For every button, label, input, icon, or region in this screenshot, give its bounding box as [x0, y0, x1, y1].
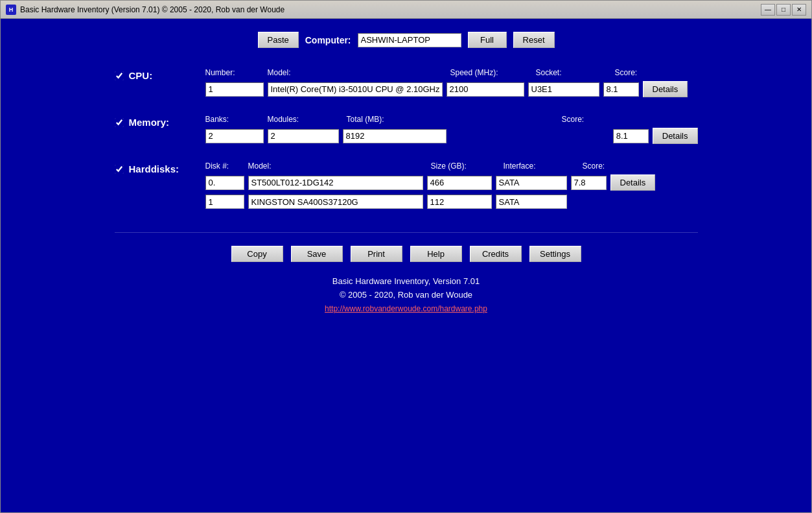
memory-labels-row: Banks: Modules: Total (MB): Score:: [205, 114, 698, 124]
harddisk-1-model[interactable]: [248, 195, 423, 209]
harddisk-0-model[interactable]: [248, 176, 423, 190]
memory-banks-input[interactable]: [205, 129, 264, 143]
cpu-check-label: CPU:: [115, 67, 205, 81]
footer-buttons: Copy Save Print Help Credits Settings: [231, 246, 581, 262]
cpu-number-input[interactable]: [205, 82, 264, 97]
harddisk-row-1: [205, 195, 698, 209]
harddisks-check-label: Harddisks:: [115, 161, 205, 174]
footer-line2: © 2005 - 2020, Rob van der Woude: [325, 289, 487, 302]
computer-label: Computer:: [305, 35, 351, 45]
copy-button[interactable]: Copy: [231, 246, 283, 262]
cpu-content: Number: Model: Speed (MHz): Socket: Scor: [205, 67, 698, 101]
top-bar: Paste Computer: Full Reset: [180, 32, 633, 48]
harddisk-score-label: Score:: [583, 161, 605, 171]
harddisks-checkbox[interactable]: [115, 165, 124, 174]
title-bar-controls: — □ ✕: [761, 4, 806, 16]
memory-label: Memory:: [129, 117, 170, 128]
cpu-socket-input[interactable]: [528, 82, 599, 97]
cpu-speed-label: Speed (MHz):: [450, 68, 498, 77]
title-bar: H Basic Hardware Inventory (Version 7.01…: [1, 1, 811, 19]
print-button[interactable]: Print: [351, 246, 402, 262]
cpu-label: CPU:: [129, 70, 153, 81]
memory-details-button[interactable]: Details: [653, 128, 698, 144]
reset-button[interactable]: Reset: [513, 32, 555, 48]
harddisk-1-size[interactable]: [427, 195, 492, 209]
app-icon: H: [6, 5, 16, 15]
harddisk-0-interface[interactable]: [496, 176, 567, 190]
memory-score-label: Score:: [562, 115, 585, 124]
footer-text: Basic Hardware Inventory, Version 7.01 ©…: [325, 275, 487, 315]
main-content: Paste Computer: Full Reset CPU: Number:: [1, 19, 811, 512]
settings-button[interactable]: Settings: [529, 246, 581, 262]
cpu-model-label: Model:: [268, 68, 291, 77]
harddisk-num-label: Disk #:: [205, 161, 229, 171]
cpu-score-label: Score:: [615, 68, 638, 77]
cpu-section: CPU: Number: Model: Speed (MHz):: [115, 67, 698, 101]
memory-modules-label: Modules:: [268, 115, 299, 124]
harddisk-1-interface[interactable]: [496, 195, 567, 209]
maximize-button[interactable]: □: [776, 4, 791, 16]
footer-line1: Basic Hardware Inventory, Version 7.01: [325, 275, 487, 289]
computer-input[interactable]: [358, 33, 461, 47]
cpu-speed-input[interactable]: [447, 82, 524, 97]
cpu-labels-row: Number: Model: Speed (MHz): Socket: Scor: [205, 67, 698, 77]
cpu-score-input[interactable]: [603, 82, 639, 97]
cpu-details-button[interactable]: Details: [643, 81, 688, 97]
help-button[interactable]: Help: [410, 246, 462, 262]
harddisk-0-score[interactable]: [571, 176, 607, 190]
memory-score-input[interactable]: [613, 129, 649, 143]
memory-content: Banks: Modules: Total (MB): Score:: [205, 114, 698, 148]
save-button[interactable]: Save: [291, 246, 343, 262]
cpu-number-label: Number:: [205, 68, 235, 77]
memory-total-input[interactable]: [343, 129, 447, 143]
harddisks-section: Harddisks: Disk #: Model: Size (GB):: [115, 161, 698, 213]
main-window: H Basic Hardware Inventory (Version 7.01…: [0, 0, 812, 513]
full-button[interactable]: Full: [468, 32, 507, 48]
harddisks-labels-row: Disk #: Model: Size (GB): Interface: Sco: [205, 161, 698, 171]
footer-link[interactable]: http://www.robvanderwoude.com/hardware.p…: [325, 304, 487, 313]
minimize-button[interactable]: —: [761, 4, 775, 16]
harddisk-model-label: Model:: [248, 161, 272, 171]
memory-total-label: Total (MB):: [347, 115, 384, 124]
cpu-socket-label: Socket:: [536, 68, 562, 77]
sections: CPU: Number: Model: Speed (MHz):: [115, 67, 698, 226]
harddisks-content: Disk #: Model: Size (GB): Interface: Sco: [205, 161, 698, 213]
credits-button[interactable]: Credits: [470, 246, 522, 262]
paste-button[interactable]: Paste: [258, 32, 299, 48]
close-button[interactable]: ✕: [792, 4, 806, 16]
cpu-checkbox[interactable]: [115, 71, 124, 80]
memory-values-row: Details: [205, 128, 698, 144]
harddisk-0-size[interactable]: [427, 176, 492, 190]
harddisk-interface-label: Interface:: [504, 161, 536, 171]
harddisk-1-num[interactable]: [205, 195, 244, 209]
memory-checkbox[interactable]: [115, 118, 124, 127]
memory-check-label: Memory:: [115, 114, 205, 128]
harddisk-0-num[interactable]: [205, 176, 244, 190]
separator: [115, 232, 698, 233]
title-bar-text: Basic Hardware Inventory (Version 7.01) …: [20, 5, 761, 14]
memory-section: Memory: Banks: Modules: Total (MB):: [115, 114, 698, 148]
memory-modules-input[interactable]: [268, 129, 339, 143]
harddisk-row-0: Details: [205, 174, 698, 191]
cpu-model-input[interactable]: [268, 82, 443, 97]
harddisk-size-label: Size (GB):: [431, 161, 467, 171]
harddisk-details-button[interactable]: Details: [610, 174, 656, 191]
memory-banks-label: Banks:: [205, 115, 229, 124]
harddisks-label: Harddisks:: [129, 163, 180, 174]
cpu-values-row: Details: [205, 81, 698, 97]
